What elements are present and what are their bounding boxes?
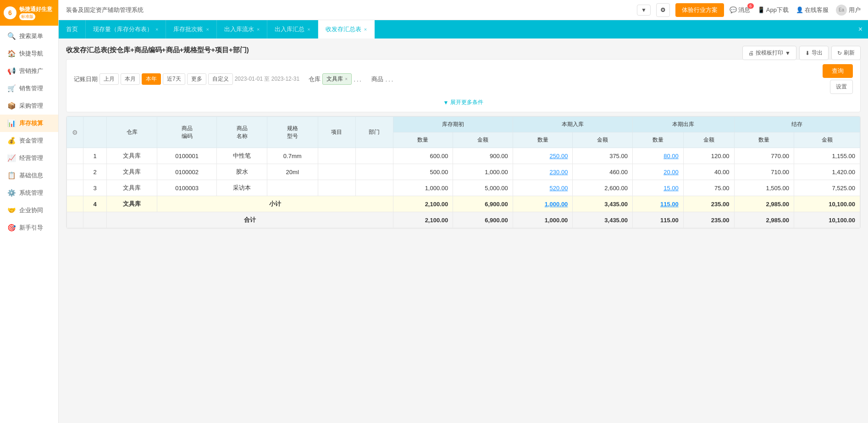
row2-project xyxy=(318,164,355,180)
date-7days-btn[interactable]: 近7天 xyxy=(163,73,185,85)
footer-row: 合计 2,100.00 6,900.00 1,000.00 3,435.00 1… xyxy=(67,212,860,228)
col-out-amt: 金额 xyxy=(683,132,734,148)
row2-out-qty[interactable]: 20.00 xyxy=(632,164,683,180)
sidebar-item-label: 库存核算 xyxy=(19,119,43,127)
expand-more-btn[interactable]: ▼ 展开更多条件 xyxy=(440,98,487,107)
refresh-button[interactable]: ↻ 刷新 xyxy=(831,46,861,60)
row3-out-qty[interactable]: 15.00 xyxy=(632,180,683,196)
tabbar: 首页 现存量（库存分布表） × 库存批次账 × 出入库流水 × 出入库汇总 × … xyxy=(59,20,868,38)
row1-out-qty[interactable]: 80.00 xyxy=(632,148,683,164)
subtotal-in-qty[interactable]: 1,000.00 xyxy=(513,196,573,212)
sidebar-item-enterprise[interactable]: 🤝 企业协同 xyxy=(0,202,58,219)
row1-goods-code: 0100001 xyxy=(157,148,217,164)
tab-batch-close[interactable]: × xyxy=(206,27,209,32)
refresh-label: 刷新 xyxy=(844,49,855,57)
col-warehouse: 仓库 xyxy=(107,117,157,148)
table-settings-icon[interactable]: ⚙ xyxy=(72,129,78,136)
col-goods-code: 商品 编码 xyxy=(157,117,217,148)
subtotal-out-qty[interactable]: 115.00 xyxy=(632,196,683,212)
row1-out-amt: 120.00 xyxy=(683,148,734,164)
sidebar-item-sales[interactable]: 🛒 销售管理 xyxy=(0,80,58,97)
sidebar-item-label: 营销推广 xyxy=(19,67,43,75)
sidebar-item-finance[interactable]: 💰 资金管理 xyxy=(0,132,58,149)
row2-goods-spec: 20ml xyxy=(267,164,318,180)
footer-opening-amt: 6,900.00 xyxy=(453,212,513,228)
home-icon: 🏠 xyxy=(7,49,16,58)
sidebar-item-label: 经营管理 xyxy=(19,154,43,162)
sidebar-item-search[interactable]: 🔍 搜索菜单 xyxy=(0,27,58,45)
goods-more-dots[interactable]: ... xyxy=(385,75,394,83)
date-more-btn[interactable]: 更多 xyxy=(187,73,206,85)
table-row: 2 文具库 0100002 胶水 20ml 500.00 1,000.00 23… xyxy=(67,164,860,180)
row1-in-qty[interactable]: 250.00 xyxy=(513,148,573,164)
sidebar: 6 畅捷通好生意 标准版 🔍 搜索菜单 🏠 快捷导航 📢 营销推广 🛒 销售管理… xyxy=(0,0,59,423)
sidebar-item-quick[interactable]: 🏠 快捷导航 xyxy=(0,45,58,62)
tab-batch[interactable]: 库存批次账 × xyxy=(166,20,216,38)
sidebar-item-operation[interactable]: 📈 经营管理 xyxy=(0,149,58,167)
row3-out-amt: 75.00 xyxy=(683,180,734,196)
tab-receive-summary[interactable]: 收发存汇总表 × xyxy=(318,20,375,38)
subtotal-out-amt: 235.00 xyxy=(683,196,734,212)
row3-settings xyxy=(67,180,83,196)
warehouse-tag-close-icon[interactable]: × xyxy=(345,77,348,82)
topbar-gear-button[interactable]: ⚙ xyxy=(656,3,670,17)
sidebar-nav: 🔍 搜索菜单 🏠 快捷导航 📢 营销推广 🛒 销售管理 📦 采购管理 📊 库存核… xyxy=(0,26,58,423)
date-last-month-btn[interactable]: 上月 xyxy=(100,73,119,85)
row2-goods-code: 0100002 xyxy=(157,164,217,180)
tab-home[interactable]: 首页 xyxy=(59,20,86,38)
row2-in-qty[interactable]: 230.00 xyxy=(513,164,573,180)
system-select-btn[interactable]: ▼ xyxy=(637,5,651,16)
settings-button[interactable]: 设置 xyxy=(830,80,853,94)
export-button[interactable]: ⬇ 导出 xyxy=(799,46,829,60)
warehouse-tag[interactable]: 文具库 × xyxy=(322,73,352,85)
cart-icon: 🛒 xyxy=(7,84,16,93)
date-this-month-btn[interactable]: 本月 xyxy=(121,73,140,85)
footer-closing-qty: 2,985.00 xyxy=(734,212,794,228)
footer-out-amt: 235.00 xyxy=(683,212,734,228)
col-group-closing: 结存 xyxy=(734,117,860,132)
subtotal-warehouse: 文具库 xyxy=(107,196,157,212)
date-custom-btn[interactable]: 自定义 xyxy=(208,73,233,85)
tab-inout-summary-close[interactable]: × xyxy=(307,27,310,32)
row3-in-amt: 2,600.00 xyxy=(573,180,633,196)
tab-receive-summary-close[interactable]: × xyxy=(364,27,367,32)
row3-in-qty[interactable]: 520.00 xyxy=(513,180,573,196)
app-name: 畅捷通好生意 xyxy=(19,5,52,13)
sidebar-item-inventory[interactable]: 📊 库存核算 xyxy=(0,115,58,132)
app-download-button[interactable]: 📱 App下载 xyxy=(757,6,789,14)
sidebar-item-guide[interactable]: 🎯 新手引导 xyxy=(0,219,58,236)
sidebar-item-label: 采购管理 xyxy=(19,102,43,110)
col-closing-amt: 金额 xyxy=(794,132,860,148)
row3-closing-qty: 1,505.00 xyxy=(734,180,794,196)
row3-goods-spec xyxy=(267,180,318,196)
print-button[interactable]: 🖨 按模板打印 ▼ xyxy=(742,46,796,60)
row3-opening-qty: 1,000.00 xyxy=(393,180,453,196)
row3-seq: 3 xyxy=(83,180,107,196)
sidebar-item-basic[interactable]: 📋 基础信息 xyxy=(0,167,58,184)
tab-global-close-button[interactable]: × xyxy=(853,20,868,38)
row2-in-amt: 460.00 xyxy=(573,164,633,180)
date-range-display: 2023-01-01 至 2023-12-31 xyxy=(235,75,299,83)
sidebar-item-marketing[interactable]: 📢 营销推广 xyxy=(0,62,58,80)
warehouse-more-dots[interactable]: ... xyxy=(354,75,362,83)
page-title: 收发存汇总表(按仓库+商品编码+商品+规格型号+项目+部门) xyxy=(66,46,861,55)
topbar: 装备及固定资产辅助管理系统 ▼ ⚙ 体验行业方案 💬 消息 6 📱 App下载 … xyxy=(59,0,868,20)
sidebar-item-system[interactable]: ⚙️ 系统管理 xyxy=(0,184,58,202)
service-icon: 👤 xyxy=(796,6,803,13)
tab-inout-flow[interactable]: 出入库流水 × xyxy=(217,20,267,38)
trial-button[interactable]: 体验行业方案 xyxy=(675,3,724,17)
tab-stock-dist-label: 现存量（库存分布表） xyxy=(93,25,153,33)
print-icon: 🖨 xyxy=(748,50,754,56)
tab-stock-dist-close[interactable]: × xyxy=(155,27,158,32)
subtotal-row: 4 文具库 小计 2,100.00 6,900.00 1,000.00 3,43… xyxy=(67,196,860,212)
tab-stock-dist[interactable]: 现存量（库存分布表） × xyxy=(86,20,166,38)
user-menu-button[interactable]: Ea 用户 xyxy=(836,5,861,16)
sidebar-item-purchase[interactable]: 📦 采购管理 xyxy=(0,97,58,115)
date-this-year-btn[interactable]: 本年 xyxy=(142,73,161,85)
message-button[interactable]: 💬 消息 6 xyxy=(730,6,750,14)
online-service-button[interactable]: 👤 在线客服 xyxy=(796,6,829,14)
query-button[interactable]: 查询 xyxy=(823,64,853,78)
tab-inout-flow-close[interactable]: × xyxy=(257,27,260,32)
handshake-icon: 🤝 xyxy=(7,206,16,214)
tab-inout-summary[interactable]: 出入库汇总 × xyxy=(267,20,318,38)
